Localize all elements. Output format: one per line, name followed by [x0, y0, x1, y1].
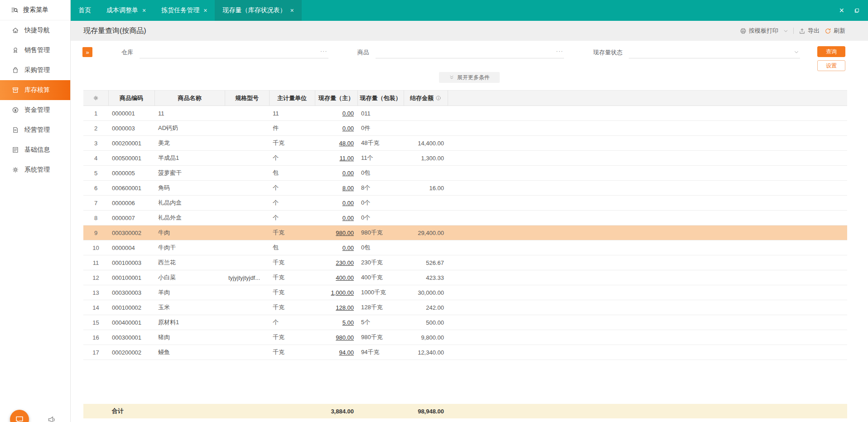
cell-spec — [225, 151, 269, 166]
sidebar-item-4[interactable]: 资金管理 — [0, 100, 70, 120]
qty-link[interactable]: 0.00 — [342, 245, 354, 251]
table-row[interactable]: 80000007礼品外盒个0.000个 — [83, 211, 847, 225]
table-row[interactable]: 16000300001猪肉千克980.00980千克9,800.00 — [83, 330, 847, 345]
table-row[interactable]: 15000400001原材料1个5.005个500.00 — [83, 315, 847, 330]
qty-link[interactable]: 94.00 — [339, 349, 354, 356]
qty-link[interactable]: 0.00 — [342, 200, 354, 206]
qty-link[interactable]: 230.00 — [336, 259, 354, 266]
row-number: 16 — [83, 330, 108, 345]
goods-input[interactable]: ··· — [376, 46, 564, 58]
qty-link[interactable]: 400.00 — [336, 274, 354, 281]
speaker-icon[interactable] — [47, 415, 57, 422]
total-label: 合计 — [108, 404, 154, 418]
column-header-pkg[interactable]: 现存量（包装） — [357, 91, 404, 106]
table-body: 1000000111110.0001120000003AD钙奶件0.000件30… — [83, 106, 847, 360]
column-header-unit[interactable]: 主计量单位 — [269, 91, 315, 106]
sidebar-item-1[interactable]: 销售管理 — [0, 40, 70, 60]
cell-spec — [225, 225, 269, 240]
tab-close-icon[interactable]: × — [203, 7, 207, 14]
column-header-name[interactable]: 商品名称 — [154, 91, 225, 106]
cell-amount — [404, 196, 448, 211]
table-row[interactable]: 17000200002鳗鱼千克94.0094千克12,340.00 — [83, 345, 847, 360]
qty-link[interactable]: 128.00 — [336, 304, 354, 311]
qty-link[interactable]: 980.00 — [336, 230, 354, 236]
table-row[interactable]: 9000300002牛肉千克980.00980千克29,400.00 — [83, 225, 847, 240]
row-number: 3 — [83, 136, 108, 151]
column-header-amount[interactable]: 结存金额 — [404, 91, 448, 106]
table-row[interactable]: 1000000111110.00011 — [83, 106, 847, 121]
column-header-code[interactable]: 商品编码 — [108, 91, 154, 106]
cell-code: 0000003 — [108, 121, 154, 136]
sales-icon — [12, 47, 19, 54]
tab-0[interactable]: 首页 — [71, 0, 99, 21]
chevron-down-icon[interactable] — [794, 49, 799, 55]
qty-link[interactable]: 980.00 — [336, 334, 354, 341]
sidebar-item-2[interactable]: 采购管理 — [0, 60, 70, 80]
export-button[interactable]: 导出 — [799, 27, 820, 35]
column-header-spec[interactable]: 规格型号 — [225, 91, 269, 106]
status-select[interactable] — [629, 46, 800, 58]
sidebar: 搜索菜单 快捷导航销售管理采购管理库存核算资金管理经营管理基础信息系统管理 — [0, 0, 71, 422]
qty-link[interactable]: 0.00 — [342, 110, 354, 117]
qty-link[interactable]: 0.00 — [342, 125, 354, 132]
table-row[interactable]: 3000200001美龙千克48.0048千克14,400.00 — [83, 136, 847, 151]
cell-name: 原材料1 — [154, 315, 225, 330]
qty-link[interactable]: 11.00 — [339, 155, 354, 162]
more-options-icon[interactable]: ··· — [320, 48, 328, 54]
qty-link[interactable]: 5.00 — [342, 319, 354, 326]
sidebar-item-7[interactable]: 系统管理 — [0, 160, 70, 180]
sidebar-item-3[interactable]: 库存核算 — [0, 80, 70, 100]
print-by-template-button[interactable]: 按模板打印 — [740, 27, 778, 35]
refresh-button[interactable]: 刷新 — [825, 27, 845, 35]
table-row[interactable]: 100000004牛肉干包0.000包 — [83, 240, 847, 255]
table-row[interactable]: 50000005菠萝蜜干包0.000包 — [83, 166, 847, 181]
cell-unit: 千克 — [269, 345, 315, 360]
row-number: 11 — [83, 255, 108, 270]
table-row[interactable]: 70000006礼品内盒个0.000个 — [83, 196, 847, 211]
query-button[interactable]: 查询 — [817, 46, 845, 57]
cell-pkg: 230千克 — [357, 255, 404, 270]
cell-code: 0000007 — [108, 211, 154, 225]
table-row[interactable]: 6000600001角码个8.008个16.00 — [83, 181, 847, 196]
cell-name: 11 — [154, 106, 225, 121]
table-row[interactable]: 20000003AD钙奶件0.000件 — [83, 121, 847, 136]
collapse-panel-button[interactable]: » — [82, 47, 92, 57]
sidebar-item-5[interactable]: 经营管理 — [0, 120, 70, 140]
tab-close-icon[interactable]: × — [290, 7, 294, 14]
cell-name: 美龙 — [154, 136, 225, 151]
total-empty-cell — [357, 404, 404, 418]
warehouse-input[interactable]: ··· — [140, 46, 328, 58]
cell-name: 礼品内盒 — [154, 196, 225, 211]
tab-3[interactable]: 现存量（库存状况表）× — [215, 0, 301, 21]
sidebar-search-menu[interactable]: 搜索菜单 — [0, 0, 70, 20]
column-settings-header[interactable] — [83, 91, 108, 106]
table-row[interactable]: 13000300003羊肉千克1,000.001000千克30,000.00 — [83, 285, 847, 300]
sidebar-item-6[interactable]: 基础信息 — [0, 140, 70, 160]
table-row[interactable]: 4000500001半成品1个11.0011个1,300.00 — [83, 151, 847, 166]
info-circle-icon[interactable] — [435, 95, 441, 101]
restore-icon[interactable] — [854, 8, 860, 14]
sidebar-item-0[interactable]: 快捷导航 — [0, 20, 70, 40]
tab-2[interactable]: 拣货任务管理× — [154, 0, 215, 21]
table-row[interactable]: 12000100001小白菜tyjyjtyjtyjdf...千克400.0040… — [83, 270, 847, 285]
column-header-qty[interactable]: 现存量（主） — [315, 91, 357, 106]
cell-code: 000300001 — [108, 330, 154, 345]
more-options-icon[interactable]: ··· — [556, 48, 563, 54]
tab-close-icon[interactable]: × — [142, 7, 146, 14]
settings-button[interactable]: 设置 — [817, 60, 845, 71]
table-row[interactable]: 11000100003西兰花千克230.00230千克526.67 — [83, 255, 847, 270]
tab-1[interactable]: 成本调整单× — [99, 0, 154, 21]
caret-down-icon[interactable] — [783, 29, 788, 34]
qty-link[interactable]: 0.00 — [342, 170, 354, 177]
expand-more-conditions[interactable]: 展开更多条件 — [439, 72, 500, 83]
cell-spec — [225, 166, 269, 181]
table-row[interactable]: 14000100002玉米千克128.00128千克242.00 — [83, 300, 847, 315]
qty-link[interactable]: 8.00 — [342, 185, 354, 192]
qty-link[interactable]: 48.00 — [339, 140, 354, 147]
qty-link[interactable]: 1,000.00 — [331, 289, 354, 296]
status-label: 现存量状态 — [593, 48, 622, 57]
cell-name: 菠萝蜜干 — [154, 166, 225, 181]
qty-link[interactable]: 0.00 — [342, 215, 354, 221]
cell-filler — [448, 136, 847, 151]
close-icon[interactable]: × — [839, 6, 844, 14]
